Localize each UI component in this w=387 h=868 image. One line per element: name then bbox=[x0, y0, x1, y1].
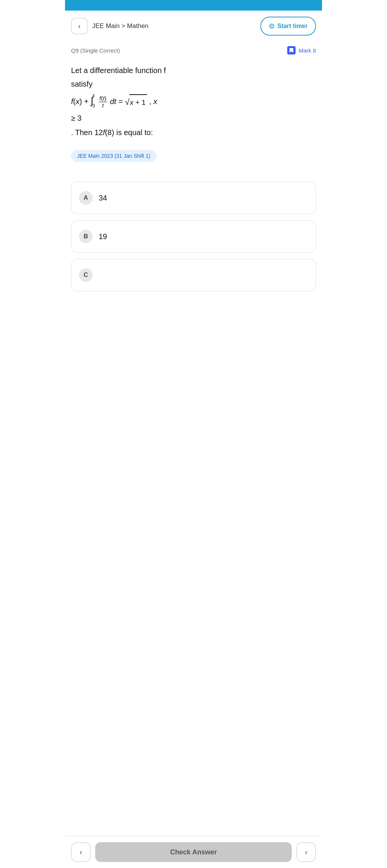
prev-button[interactable]: ‹ bbox=[71, 842, 91, 862]
integral-limits: x 3 bbox=[93, 91, 95, 110]
question-body: Let a differentiable function f satisfy … bbox=[65, 58, 322, 144]
question-text-line1: Let a differentiable function f bbox=[71, 64, 316, 77]
integral-expression: ∫ x 3 bbox=[91, 91, 96, 110]
header-left: ‹ JEE Main > Mathen bbox=[71, 18, 149, 34]
option-b-card[interactable]: B 19 bbox=[71, 220, 316, 253]
back-icon: ‹ bbox=[78, 22, 80, 30]
question-text-line2: satisfy bbox=[71, 77, 316, 91]
status-bar bbox=[65, 0, 322, 11]
option-a-label: A bbox=[79, 191, 93, 205]
bookmark-icon bbox=[287, 46, 296, 54]
check-answer-button[interactable]: Check Answer bbox=[95, 842, 292, 862]
option-b-letter: B bbox=[84, 233, 88, 240]
fraction-denominator: t bbox=[101, 102, 104, 109]
mark-it-label: Mark It bbox=[299, 47, 316, 54]
start-timer-button[interactable]: ⊙ Start timer bbox=[260, 17, 316, 36]
q-text-1: Let a differentiable function f bbox=[71, 66, 166, 75]
option-a-value: 34 bbox=[99, 194, 107, 202]
bottom-navigation: ‹ Check Answer › bbox=[65, 836, 322, 868]
mark-it-button[interactable]: Mark It bbox=[287, 46, 316, 54]
integral-upper: x bbox=[93, 91, 95, 100]
header: ‹ JEE Main > Mathen ⊙ Start timer bbox=[65, 11, 322, 42]
options-container: A 34 B 19 C bbox=[65, 176, 322, 297]
question-text-line3: . Then 12f(8) is equal to: bbox=[71, 126, 316, 139]
question-meta: Q9 (Single Correct) Mark It bbox=[65, 42, 322, 58]
sqrt-expression: √ x + 1 bbox=[125, 94, 147, 110]
exam-tag: JEE Main 2023 (31 Jan Shift 1) bbox=[71, 150, 156, 162]
integral-lower: 3 bbox=[93, 101, 95, 110]
sqrt-content: x + 1 bbox=[129, 94, 147, 110]
prev-icon: ‹ bbox=[80, 848, 82, 856]
question-math-line2: ≥ 3 bbox=[71, 110, 316, 126]
option-b-label: B bbox=[79, 230, 93, 243]
timer-label: Start timer bbox=[277, 23, 308, 30]
timer-icon: ⊙ bbox=[269, 22, 274, 30]
next-button[interactable]: › bbox=[296, 842, 316, 862]
q-text-2: satisfy bbox=[71, 80, 93, 88]
option-c-letter: C bbox=[84, 272, 88, 278]
fraction-numerator: f(t) bbox=[99, 95, 107, 102]
option-b-value: 19 bbox=[99, 232, 107, 241]
fraction-f-t-over-t: f(t) t bbox=[99, 95, 107, 109]
option-c-card[interactable]: C bbox=[71, 259, 316, 291]
back-button[interactable]: ‹ bbox=[71, 18, 88, 34]
spacer-1 bbox=[65, 168, 322, 176]
option-a-card[interactable]: A 34 bbox=[71, 182, 316, 214]
next-icon: › bbox=[305, 848, 307, 856]
option-c-label: C bbox=[79, 268, 93, 282]
question-math-line: f(x) + ∫ x 3 f(t) t dt = √ x + 1 , x bbox=[71, 91, 316, 110]
breadcrumb: JEE Main > Mathen bbox=[92, 22, 149, 30]
tag-container: JEE Main 2023 (31 Jan Shift 1) bbox=[65, 144, 322, 168]
option-a-letter: A bbox=[84, 194, 88, 201]
question-type: Q9 (Single Correct) bbox=[71, 47, 120, 54]
bottom-spacer bbox=[65, 297, 322, 328]
